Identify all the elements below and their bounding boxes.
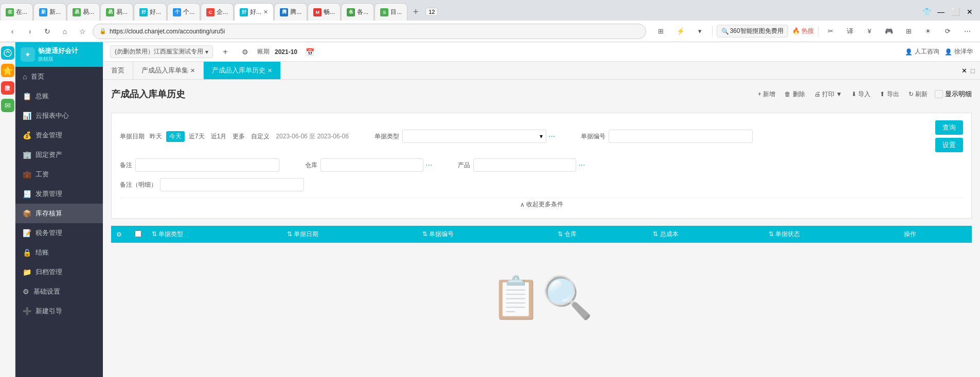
yuan-icon[interactable]: ¥ — [862, 24, 877, 39]
scissors-icon[interactable]: ✂ — [823, 24, 838, 39]
sidebar-item-invoice[interactable]: 🧾 发票管理 — [15, 184, 103, 204]
sidebar-item-tax[interactable]: 📝 税务管理 — [15, 223, 103, 243]
add-button[interactable]: + 新增 — [756, 89, 777, 100]
tab-close-t8[interactable]: ✕ — [263, 9, 268, 15]
warehouse-filter-input[interactable] — [320, 158, 423, 172]
game-icon[interactable]: 🎮 — [881, 24, 897, 39]
sidebar-icon-home[interactable] — [1, 46, 14, 60]
col-date[interactable]: ⇅ 单据日期 — [282, 226, 417, 243]
settings-col-icon[interactable]: ⚙ — [116, 231, 122, 238]
sidebar-item-ledger[interactable]: 📋 总账 — [15, 86, 103, 106]
company-settings-icon[interactable]: ⚙ — [238, 45, 252, 59]
sidebar-icon-star[interactable]: ⭐ — [1, 64, 14, 77]
tab-t1[interactable]: 在 在... — [0, 3, 33, 21]
type-select[interactable]: ▾ — [402, 130, 546, 143]
refresh-button[interactable]: ↻ — [40, 24, 55, 39]
company-selector[interactable]: (勿删勿禁用）江西服宝测试专用 ▾ — [110, 45, 213, 58]
date-btn-yesterday[interactable]: 昨天 — [148, 131, 164, 142]
date-btn-7days[interactable]: 近7天 — [187, 131, 207, 142]
tab-t8[interactable]: 好 好... ✕ — [234, 3, 274, 21]
sidebar-item-assets[interactable]: 🏢 固定资产 — [15, 145, 103, 165]
export-button[interactable]: ⬆ 导出 — [878, 89, 901, 100]
tab-t12[interactable]: S 目... — [375, 3, 407, 21]
tab-t5[interactable]: 好 好... — [134, 3, 167, 21]
calendar-icon[interactable]: 📅 — [302, 45, 317, 59]
sidebar-item-salary[interactable]: 💼 工资 — [15, 165, 103, 184]
sidebar-item-settings[interactable]: ⚙ 基础设置 — [15, 282, 103, 301]
tab-t9[interactable]: 腾 腾... — [274, 3, 307, 21]
product-filter-input[interactable] — [473, 158, 576, 172]
sidebar-icon-mail[interactable]: ✉ — [1, 99, 14, 112]
bookmark-button[interactable]: ☆ — [75, 24, 90, 39]
layout-icon[interactable]: ⊞ — [901, 24, 916, 39]
warehouse-more-dots[interactable]: ··· — [425, 160, 432, 170]
user-service-button[interactable]: 👤 人工咨询 — [905, 47, 939, 56]
tab-t2[interactable]: 新 新... — [33, 3, 66, 21]
sidebar-icon-weibo[interactable]: 微 — [1, 81, 14, 95]
remark-filter-input[interactable] — [135, 158, 279, 172]
tab-home[interactable]: 首页 — [103, 62, 133, 79]
date-btn-custom[interactable]: 自定义 — [249, 131, 272, 142]
date-btn-more[interactable]: 更多 — [230, 131, 247, 142]
import-button[interactable]: ⬇ 导入 — [849, 89, 872, 100]
forward-button[interactable]: › — [23, 24, 37, 39]
translate-icon[interactable]: 译 — [842, 24, 858, 39]
tab-t10[interactable]: M 畅... — [308, 3, 341, 21]
more-icon[interactable]: ⋯ — [959, 24, 975, 39]
user-avatar[interactable]: 👤 徐泽华 — [945, 47, 973, 56]
detail-remark-input[interactable] — [160, 178, 304, 191]
sidebar-item-home[interactable]: ⌂ 首页 — [15, 67, 103, 86]
tab-list[interactable]: 产成品入库单集 ✕ — [133, 62, 204, 79]
settings-button[interactable]: 设置 — [935, 138, 963, 152]
sidebar-item-archive[interactable]: 📁 归档管理 — [15, 262, 103, 282]
print-button[interactable]: 🖨 打印 ▼ — [812, 89, 844, 100]
tab-list-close[interactable]: ✕ — [190, 67, 195, 74]
date-btn-today[interactable]: 今天 — [166, 131, 185, 142]
tab-t6[interactable]: 个 个... — [167, 3, 200, 21]
select-all-checkbox[interactable] — [135, 230, 141, 237]
date-btn-1month[interactable]: 近1月 — [209, 131, 229, 142]
product-more-dots[interactable]: ··· — [578, 160, 585, 170]
add-company-button[interactable]: + — [218, 45, 233, 59]
home-button[interactable]: ⌂ — [58, 24, 72, 39]
dropdown-icon[interactable]: ▾ — [692, 24, 708, 39]
sidebar-item-inventory[interactable]: 📦 库存核算 — [15, 204, 103, 223]
show-detail-toggle[interactable]: 显示明细 — [935, 89, 972, 99]
refresh-button[interactable]: ↻ 刷新 — [906, 89, 930, 100]
tab-t7[interactable]: C 企... — [201, 3, 234, 21]
tab-t11[interactable]: 各 各... — [341, 3, 374, 21]
number-filter-input[interactable] — [609, 130, 753, 143]
tab-history-close[interactable]: ✕ — [268, 67, 272, 74]
sidebar-item-close-period[interactable]: 🔒 结账 — [15, 243, 103, 262]
query-button[interactable]: 查询 — [935, 120, 963, 135]
col-number[interactable]: ⇅ 单据编号 — [417, 226, 553, 243]
col-checkbox[interactable] — [130, 226, 147, 243]
col-warehouse[interactable]: ⇅ 仓库 — [553, 226, 648, 243]
delete-button[interactable]: 🗑 删除 — [782, 89, 807, 100]
show-detail-checkbox[interactable] — [935, 90, 943, 98]
sync-icon[interactable]: ⟳ — [940, 24, 955, 39]
new-tab-button[interactable]: + — [408, 3, 423, 21]
address-input[interactable]: 🔒 https://cloud.chanjet.com/accounting/u… — [93, 24, 646, 39]
hot-search[interactable]: 🔥 热搜 — [792, 27, 814, 35]
right-close-icon[interactable]: ✕ — [961, 67, 967, 75]
sidebar-item-new-guide[interactable]: ➕ 新建引导 — [15, 301, 103, 321]
col-total-cost[interactable]: ⇅ 总成本 — [648, 226, 763, 243]
lightning-icon[interactable]: ⚡ — [673, 24, 688, 39]
sidebar-item-report[interactable]: 📊 云报表中心 — [15, 106, 103, 125]
close-button[interactable]: ✕ — [964, 6, 976, 18]
right-expand-icon[interactable]: ⬚ — [970, 68, 975, 74]
search-bar[interactable]: 🔍 360智能抠图免费用 — [717, 25, 788, 38]
maximize-button[interactable]: ⬜ — [949, 6, 961, 18]
collapse-button[interactable]: ∧ 收起更多条件 — [120, 198, 963, 211]
shirt-icon[interactable]: 👕 — [920, 6, 933, 18]
col-settings[interactable]: ⚙ — [111, 226, 130, 243]
tab-t3[interactable]: 易 易... — [67, 3, 100, 21]
sidebar-item-finance[interactable]: 💰 资金管理 — [15, 125, 103, 145]
grid-icon[interactable]: ⊞ — [653, 24, 669, 39]
brightness-icon[interactable]: ☀ — [920, 24, 936, 39]
col-status[interactable]: ⇅ 单据状态 — [763, 226, 899, 243]
tab-history[interactable]: 产成品入库单历史 ✕ — [204, 62, 281, 79]
col-type[interactable]: ⇅ 单据类型 — [147, 226, 282, 243]
minimize-button[interactable]: — — [935, 6, 947, 18]
